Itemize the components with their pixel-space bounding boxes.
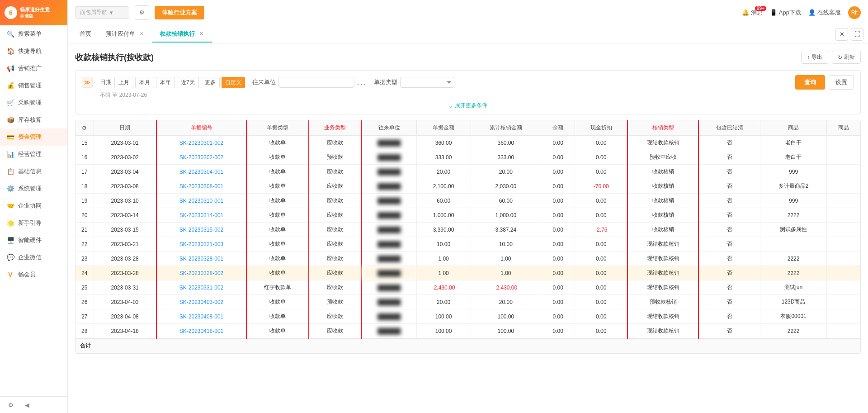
- tab-payable-close[interactable]: ✕: [138, 30, 145, 38]
- write-off-type-cell: 现结收款核销: [627, 237, 698, 252]
- table-cell: ██████: [362, 150, 416, 165]
- table-cell: 100.00: [471, 309, 541, 324]
- table-cell: 收款单: [246, 252, 308, 266]
- sidebar-item-operation[interactable]: 📊 经营管理: [0, 146, 67, 163]
- table-cell: 999: [760, 165, 827, 179]
- doc-no-cell[interactable]: SK-20230418-001: [156, 324, 247, 339]
- table-cell: 100.00: [416, 309, 471, 324]
- doc-no-cell[interactable]: SK-20230328-001: [156, 252, 247, 266]
- top-header: 面包屑导航 ▾ ⚙ 体验行业方案 🔔 消息 99+ 📱 App下载 👤 在线客服…: [68, 0, 868, 25]
- filter-actions: 查询 设置: [795, 75, 854, 90]
- data-table: ⚙ 日期 单据编号 单据类型 业务类型 往来单位 单据金额 累计核销金额 余额 …: [75, 120, 860, 353]
- solution-button[interactable]: 体验行业方案: [155, 6, 204, 19]
- doc-no-cell[interactable]: SK-20230304-001: [156, 165, 247, 179]
- sidebar-item-wechat[interactable]: 💬 企业微信: [0, 249, 67, 266]
- col-writeofftype-header: 核销类型: [627, 120, 698, 136]
- sidebar-menu: 🔍 搜索菜单 🏠 快捷导航 📢 营销推广 💰 销售管理 🛒 采购管理 📦 库存核…: [0, 25, 67, 396]
- tab-expand-btn[interactable]: ⛶: [851, 28, 863, 41]
- tab-home[interactable]: 首页: [72, 26, 99, 43]
- sidebar-item-guide[interactable]: 🌟 新手引导: [0, 214, 67, 232]
- sidebar-item-purchase[interactable]: 🛒 采购管理: [0, 94, 67, 111]
- expand-conditions-button[interactable]: ⌄ 展开更多条件: [448, 102, 487, 109]
- doc-no-cell[interactable]: SK-20230403-002: [156, 295, 247, 309]
- table-cell: 2222: [760, 324, 827, 339]
- table-cell: 否: [698, 223, 760, 237]
- sidebar-item-search[interactable]: 🔍 搜索菜单: [0, 25, 67, 43]
- col-balance-header: 余额: [541, 120, 575, 136]
- doc-type-select[interactable]: [400, 77, 454, 88]
- doc-no-cell[interactable]: SK-20230315-002: [156, 223, 247, 237]
- doc-no-cell[interactable]: SK-20230331-002: [156, 280, 247, 295]
- filter-expand-button[interactable]: ≫: [82, 77, 93, 88]
- date-btn-more[interactable]: 更多: [201, 77, 220, 88]
- sidebar-item-base[interactable]: 📋 基础信息: [0, 163, 67, 180]
- doc-no-cell[interactable]: SK-20230314-001: [156, 208, 247, 223]
- query-button[interactable]: 查询: [795, 75, 825, 90]
- doc-no-cell[interactable]: SK-20230321-003: [156, 237, 247, 252]
- date-btn-thismonth[interactable]: 本月: [135, 77, 154, 88]
- biz-type-cell: 应收款: [309, 266, 362, 280]
- table-cell: 0.00: [541, 194, 575, 208]
- doc-no-cell[interactable]: SK-20230328-002: [156, 266, 247, 280]
- sidebar-item-enterprise[interactable]: 🤝 企业协同: [0, 197, 67, 214]
- table-cell: 否: [698, 324, 760, 339]
- date-btn-custom[interactable]: 自定义: [222, 77, 245, 88]
- online-service-button[interactable]: 👤 在线客服: [808, 9, 841, 17]
- table-cell: 2023-03-14: [94, 208, 156, 223]
- date-btn-thisyear[interactable]: 本年: [156, 77, 175, 88]
- table-cell: ██████: [362, 194, 416, 208]
- table-cell: 0.00: [541, 252, 575, 266]
- header-settings-button[interactable]: ⚙: [135, 5, 149, 20]
- table-cell: 收款单: [246, 150, 308, 165]
- doc-no-cell[interactable]: SK-20230301-002: [156, 136, 247, 150]
- tab-payable[interactable]: 预计应付单 ✕: [99, 26, 152, 43]
- table-cell: 1.00: [471, 252, 541, 266]
- table-cell: 0.00: [575, 266, 627, 280]
- sidebar-item-marketing[interactable]: 📢 营销推广: [0, 60, 67, 77]
- sidebar-item-shortcut[interactable]: 🏠 快捷导航: [0, 43, 67, 60]
- sidebar-item-hardware[interactable]: 🖥️ 智能硬件: [0, 232, 67, 249]
- user-avatar[interactable]: Rit: [848, 6, 861, 19]
- sidebar-item-finance[interactable]: 💳 资金管理: [0, 128, 67, 146]
- table-row: 152023-03-01SK-20230301-002收款单应收款██████3…: [75, 136, 860, 150]
- table-cell: -2,430.00: [416, 280, 471, 295]
- settings-bottom-icon[interactable]: ⚙: [6, 400, 15, 409]
- date-btn-lastmonth[interactable]: 上月: [114, 77, 133, 88]
- doc-no-cell[interactable]: SK-20230408-001: [156, 309, 247, 324]
- table-cell: 1.00: [416, 266, 471, 280]
- col-settings-icon[interactable]: ⚙: [82, 125, 87, 131]
- biz-type-cell: 应收款: [309, 252, 362, 266]
- table-cell: 2023-03-08: [94, 179, 156, 194]
- tab-collection[interactable]: 收款核销执行 ✕: [152, 26, 212, 43]
- sidebar-item-member[interactable]: V 畅会员: [0, 266, 67, 283]
- sidebar-item-system[interactable]: ⚙️ 系统管理: [0, 180, 67, 197]
- table-cell: 2023-03-01: [94, 136, 156, 150]
- dots-button[interactable]: ...: [357, 78, 367, 87]
- col-settings-header[interactable]: ⚙: [75, 120, 94, 136]
- table-cell: 20: [75, 208, 94, 223]
- tab-collection-close[interactable]: ✕: [198, 30, 205, 38]
- table-cell: -2,430.00: [471, 280, 541, 295]
- sidebar-item-inventory[interactable]: 📦 库存核算: [0, 111, 67, 128]
- table-cell: 收款单: [246, 237, 308, 252]
- table-header-row: ⚙ 日期 单据编号 单据类型 业务类型 往来单位 单据金额 累计核销金额 余额 …: [75, 120, 860, 136]
- doc-no-cell[interactable]: SK-20230310-001: [156, 194, 247, 208]
- doc-no-cell[interactable]: SK-20230302-002: [156, 150, 247, 165]
- export-button[interactable]: ↑ 导出: [801, 51, 828, 64]
- refresh-button[interactable]: ↻ 刷新: [832, 51, 861, 64]
- partner-input[interactable]: [278, 77, 354, 88]
- doc-no-cell[interactable]: SK-20230308-001: [156, 179, 247, 194]
- collapse-icon[interactable]: ◀: [23, 400, 32, 409]
- date-btn-7days[interactable]: 近7天: [177, 77, 199, 88]
- table-cell: 18: [75, 179, 94, 194]
- table-cell: 0.00: [541, 165, 575, 179]
- messages-button[interactable]: 🔔 消息 99+: [742, 9, 763, 17]
- table-cell: 22: [75, 237, 94, 252]
- table-cell: 2023-03-21: [94, 237, 156, 252]
- tab-close-btn[interactable]: ✕: [835, 28, 848, 41]
- app-download-button[interactable]: 📱 App下载: [770, 9, 801, 17]
- biz-type-cell: 应收款: [309, 223, 362, 237]
- breadcrumb-select[interactable]: 面包屑导航 ▾: [75, 6, 129, 19]
- sidebar-item-sales[interactable]: 💰 销售管理: [0, 77, 67, 94]
- filter-settings-button[interactable]: 设置: [829, 75, 854, 90]
